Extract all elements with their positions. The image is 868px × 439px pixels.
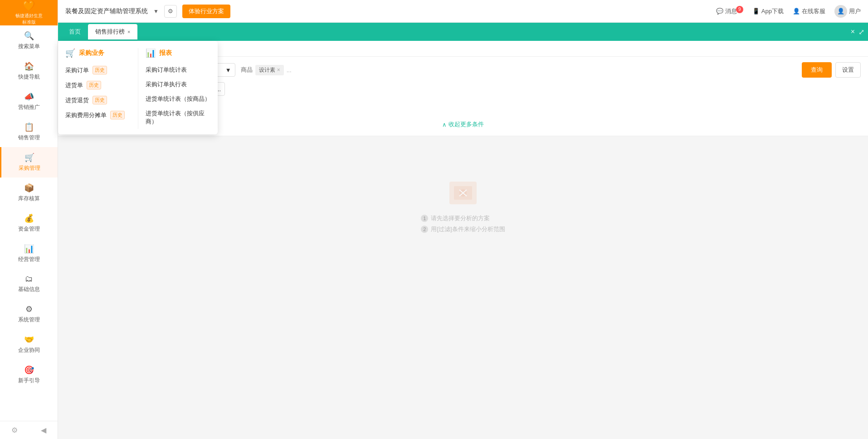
tip-2-dot: 2 bbox=[421, 226, 428, 233]
guide-icon: 🎯 bbox=[24, 365, 34, 375]
purchase-dropdown-menu: 🛒 采购业务 采购订单 历史 进货单 历史 进货退货 历史 采购费用分摊单 历史 bbox=[58, 41, 218, 134]
notification-label: 消息 bbox=[725, 7, 737, 15]
sidebar-item-search[interactable]: 🔍 搜索菜单 bbox=[0, 25, 58, 56]
tabs-bar: 首页 销售排行榜 × × ⤢ bbox=[58, 23, 868, 41]
sidebar-logo: 🧡 畅捷通好生意 标准版 bbox=[0, 0, 58, 25]
sidebar-item-label: 基础信息 bbox=[18, 286, 40, 293]
sidebar-item-basic[interactable]: 🗂 基础信息 bbox=[0, 269, 58, 299]
sidebar-item-system[interactable]: ⚙ 系统管理 bbox=[0, 299, 58, 329]
search-icon: 🔍 bbox=[24, 31, 34, 41]
goods-tag-remove[interactable]: × bbox=[277, 67, 280, 73]
empty-illustration bbox=[440, 173, 486, 209]
return-history: 历史 bbox=[93, 96, 107, 104]
inbound-history: 历史 bbox=[87, 81, 101, 89]
return-label: 进货退货 bbox=[65, 96, 89, 104]
system-title-dropdown[interactable]: ▼ bbox=[153, 8, 159, 15]
system-title: 装餐及固定资产辅助管理系统 bbox=[65, 7, 148, 15]
dropdown-item-inbound[interactable]: 进货单 历史 bbox=[65, 78, 131, 93]
settings-button[interactable]: 设置 bbox=[835, 62, 861, 78]
window-maximize-icon[interactable]: ⤢ bbox=[858, 28, 864, 36]
goods-tag: 设计素 × bbox=[255, 65, 284, 75]
tab-sales-rank[interactable]: 销售排行榜 × bbox=[88, 24, 137, 39]
order-stats-label: 采购订单统计表 bbox=[146, 66, 187, 74]
online-service-action[interactable]: 👤 在线客服 bbox=[793, 7, 825, 15]
tip-1-text: 请先选择要分析的方案 bbox=[431, 214, 490, 222]
collapse-sidebar-button[interactable]: ◀ bbox=[41, 426, 46, 434]
home-icon: 🏠 bbox=[24, 61, 34, 71]
dropdown-columns: 🛒 采购业务 采购订单 历史 进货单 历史 进货退货 历史 采购费用分摊单 历史 bbox=[58, 48, 218, 129]
industry-btn[interactable]: 体验行业方案 bbox=[182, 5, 230, 18]
dropdown-item-inbound-stats-supplier[interactable]: 进货单统计表（按供应商） bbox=[146, 106, 211, 129]
filter-actions: 查询 设置 bbox=[802, 62, 861, 78]
dropdown-item-cost[interactable]: 采购费用分摊单 历史 bbox=[65, 108, 131, 123]
purchase-business-title: 采购业务 bbox=[79, 49, 104, 57]
inventory-icon: 📦 bbox=[24, 183, 34, 193]
sidebar-item-label: 营销推广 bbox=[18, 104, 40, 111]
purchase-icon: 🛒 bbox=[24, 153, 34, 163]
dropdown-item-order-exec[interactable]: 采购订单执行表 bbox=[146, 77, 211, 92]
query-button[interactable]: 查询 bbox=[802, 62, 832, 78]
topbar-settings-button[interactable]: ⚙ bbox=[164, 5, 177, 18]
sidebar-item-sales[interactable]: 📋 销售管理 bbox=[0, 117, 58, 147]
empty-tips: 1 请先选择要分析的方案 2 用[过滤]条件来缩小分析范围 bbox=[421, 214, 505, 233]
sidebar-item-marketing[interactable]: 📣 营销推广 bbox=[0, 86, 58, 117]
inbound-stats-goods-label: 进货单统计表（按商品） bbox=[146, 95, 210, 103]
phone-icon: 📱 bbox=[752, 8, 760, 15]
tip-2: 2 用[过滤]条件来缩小分析范围 bbox=[421, 225, 505, 233]
sidebar-item-purchase[interactable]: 🛒 采购管理 bbox=[0, 147, 58, 178]
notification-badge: 9 bbox=[736, 6, 743, 13]
tab-home[interactable]: 首页 bbox=[62, 24, 88, 39]
tip-2-text: 用[过滤]条件来缩小分析范围 bbox=[431, 225, 505, 233]
enterprise-icon: 🤝 bbox=[24, 335, 34, 345]
tab-sales-rank-close[interactable]: × bbox=[127, 29, 130, 35]
user-action[interactable]: 👤 用户 bbox=[834, 5, 861, 18]
sidebar-item-operation[interactable]: 📊 经营管理 bbox=[0, 238, 58, 269]
collapse-icon: ∧ bbox=[442, 121, 447, 128]
dropdown-item-purchase-order[interactable]: 采购订单 历史 bbox=[65, 63, 131, 78]
sidebar-item-guide[interactable]: 🎯 新手引导 bbox=[0, 360, 58, 390]
inbound-label: 进货单 bbox=[65, 81, 83, 89]
sidebar-item-enterprise[interactable]: 🤝 企业协同 bbox=[0, 329, 58, 360]
settings-bottom-button[interactable]: ⚙ bbox=[11, 426, 18, 434]
tab-sales-rank-label: 销售排行榜 bbox=[95, 28, 125, 36]
cost-history: 历史 bbox=[110, 111, 125, 119]
notification-icon: 💬 bbox=[716, 8, 723, 15]
sidebar-bottom: ⚙ ◀ bbox=[0, 421, 58, 439]
sidebar-item-quick-nav[interactable]: 🏠 快捷导航 bbox=[0, 56, 58, 86]
tip-1: 1 请先选择要分析的方案 bbox=[421, 214, 505, 222]
bill-status-chevron: ▼ bbox=[225, 67, 231, 74]
logo-icon: 🧡 bbox=[21, 0, 37, 12]
goods-label: 商品 bbox=[241, 66, 253, 74]
sidebar-item-finance[interactable]: 💰 资金管理 bbox=[0, 208, 58, 238]
operation-icon: 📊 bbox=[24, 244, 34, 254]
goods-tag-text: 设计素 bbox=[259, 66, 275, 74]
purchase-business-col: 🛒 采购业务 采购订单 历史 进货单 历史 进货退货 历史 采购费用分摊单 历史 bbox=[58, 48, 138, 129]
sidebar-item-inventory[interactable]: 📦 库存核算 bbox=[0, 178, 58, 208]
app-download-label: App下载 bbox=[761, 7, 784, 15]
purchase-business-icon: 🛒 bbox=[65, 48, 75, 58]
basic-icon: 🗂 bbox=[25, 274, 33, 284]
system-icon: ⚙ bbox=[25, 304, 33, 314]
sidebar-item-label: 快捷导航 bbox=[18, 73, 40, 81]
inbound-stats-supplier-label: 进货单统计表（按供应商） bbox=[146, 109, 211, 126]
goods-more[interactable]: ... bbox=[287, 67, 292, 74]
cost-label: 采购费用分摊单 bbox=[65, 111, 107, 119]
sidebar-item-label: 搜索菜单 bbox=[18, 43, 40, 50]
service-icon: 👤 bbox=[793, 8, 800, 15]
purchase-order-history: 历史 bbox=[93, 66, 107, 74]
marketing-icon: 📣 bbox=[24, 92, 34, 102]
purchase-business-header: 🛒 采购业务 bbox=[65, 48, 131, 58]
dropdown-item-inbound-stats-goods[interactable]: 进货单统计表（按商品） bbox=[146, 92, 211, 106]
tabs-window-controls: × ⤢ bbox=[851, 28, 864, 36]
dropdown-item-return[interactable]: 进货退货 历史 bbox=[65, 93, 131, 108]
user-label: 用户 bbox=[849, 7, 861, 15]
sidebar-item-label: 销售管理 bbox=[18, 134, 40, 142]
notification-action[interactable]: 💬 消息 9 bbox=[716, 7, 743, 15]
app-download-action[interactable]: 📱 App下载 bbox=[752, 7, 784, 15]
window-close-icon[interactable]: × bbox=[851, 28, 855, 36]
collapse-label: 收起更多条件 bbox=[449, 120, 484, 128]
dropdown-item-order-stats[interactable]: 采购订单统计表 bbox=[146, 63, 211, 77]
report-title: 报表 bbox=[159, 49, 172, 57]
sidebar-item-label: 系统管理 bbox=[18, 316, 40, 324]
logo-text: 畅捷通好生意 bbox=[15, 13, 43, 19]
